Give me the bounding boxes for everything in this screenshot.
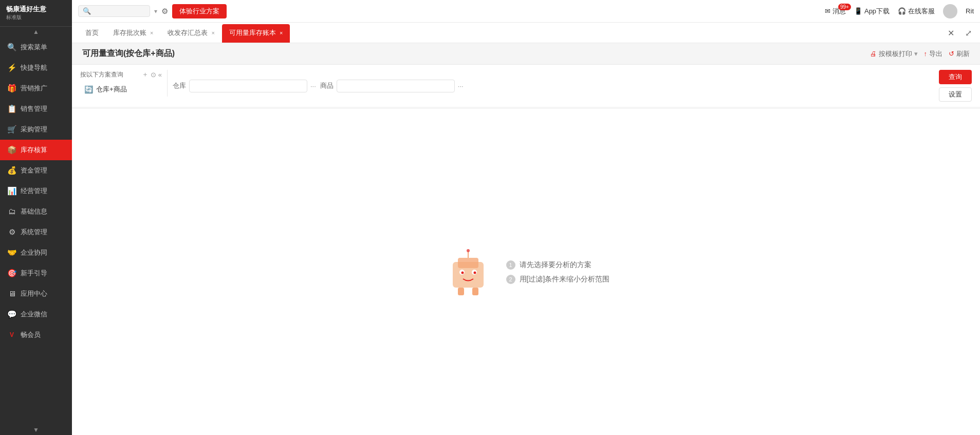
logo: 畅康通好生意 标准版 xyxy=(0,0,72,27)
export-label: 导出 xyxy=(929,49,942,59)
service-label: 在线客服 xyxy=(908,7,935,16)
empty-illustration xyxy=(442,247,494,298)
product-input[interactable] xyxy=(337,80,455,92)
search-input[interactable] xyxy=(93,8,144,15)
refresh-label: 刷新 xyxy=(956,49,970,59)
tab-label: 可用量库存账本 xyxy=(229,28,276,37)
sidebar-item-label: 应用中心 xyxy=(21,289,47,298)
scheme-warehouse-product[interactable]: 🔄 仓库+商品 xyxy=(80,82,162,97)
operation-icon: 📊 xyxy=(7,186,16,196)
sidebar-item-label: 快捷导航 xyxy=(21,63,47,72)
sidebar-item-label: 企业微信 xyxy=(21,310,47,319)
sidebar-item-appcenter[interactable]: 🖥 应用中心 xyxy=(0,283,72,304)
tab-close-icon[interactable]: × xyxy=(280,30,283,36)
scheme-item-label: 仓库+商品 xyxy=(96,85,127,94)
trial-button[interactable]: 体验行业方案 xyxy=(172,4,227,18)
sidebar-scroll-up[interactable]: ▲ xyxy=(0,27,72,37)
tab-label: 库存批次账 xyxy=(113,28,146,37)
sidebar-item-corpcollab[interactable]: 🤝 企业协同 xyxy=(0,242,72,263)
tab-home[interactable]: 首页 xyxy=(78,24,106,43)
sidebar-item-sales[interactable]: 📋 销售管理 xyxy=(0,99,72,119)
sidebar-item-marketing[interactable]: 🎁 营销推广 xyxy=(0,78,72,99)
sidebar-item-label: 搜索菜单 xyxy=(21,43,47,52)
main: 🔍 ▾ ⚙ 体验行业方案 ✉ 消息 99+ 📱 App下载 🎧 在线客服 Rit xyxy=(72,0,980,435)
scheme-panel: 按以下方案查询 ＋ ⊙ « 🔄 仓库+商品 xyxy=(80,70,168,97)
search-icon: 🔍 xyxy=(83,7,91,15)
message-button[interactable]: ✉ 消息 99+ xyxy=(825,7,846,16)
svg-rect-1 xyxy=(458,258,478,268)
warehouse-input[interactable] xyxy=(189,80,307,92)
svg-rect-6 xyxy=(458,288,464,295)
print-button[interactable]: 🖨 按模板打印 ▾ xyxy=(870,49,918,59)
content: 可用量查询(按仓库+商品) 🖨 按模板打印 ▾ ↑ 导出 ↺ 刷新 xyxy=(72,43,980,435)
export-icon: ↑ xyxy=(924,50,928,58)
print-label: 按模板打印 xyxy=(879,49,912,59)
product-more-button[interactable]: ··· xyxy=(458,82,464,90)
user-avatar[interactable] xyxy=(943,4,957,18)
tab-storage-summary[interactable]: 收发存汇总表 × xyxy=(160,24,221,43)
sidebar: 畅康通好生意 标准版 ▲ 🔍 搜索菜单 ⚡ 快捷导航 🎁 营销推广 📋 销售管理… xyxy=(0,0,72,435)
warehouse-more-button[interactable]: ··· xyxy=(310,82,316,90)
filter-fields: 仓库 ··· 商品 ··· 查询 设置 xyxy=(173,70,972,102)
sidebar-item-label: 销售管理 xyxy=(21,104,47,114)
sidebar-item-member[interactable]: V 畅会员 xyxy=(0,325,72,345)
sidebar-item-inventory[interactable]: 📦 库存核算 xyxy=(0,140,72,160)
sidebar-items: 🔍 搜索菜单 ⚡ 快捷导航 🎁 营销推广 📋 销售管理 🛒 采购管理 📦 库存核… xyxy=(0,37,72,425)
sidebar-item-newbie[interactable]: 🎯 新手引导 xyxy=(0,263,72,283)
sidebar-item-search[interactable]: 🔍 搜索菜单 xyxy=(0,37,72,58)
corpcollab-icon: 🤝 xyxy=(7,248,16,257)
filter-action-buttons: 查询 设置 xyxy=(939,70,972,102)
refresh-button[interactable]: ↺ 刷新 xyxy=(949,49,970,59)
username-label[interactable]: Rit xyxy=(966,7,974,15)
sidebar-item-basicinfo[interactable]: 🗂 基础信息 xyxy=(0,201,72,222)
finance-icon: 💰 xyxy=(7,166,16,175)
chevron-down-icon[interactable]: ▾ xyxy=(154,8,157,15)
sidebar-item-sysconfig[interactable]: ⚙ 系统管理 xyxy=(0,222,72,242)
tip-text-1: 请先选择要分析的方案 xyxy=(520,260,591,270)
inventory-icon: 📦 xyxy=(7,145,16,155)
sidebar-item-label: 经营管理 xyxy=(21,186,47,196)
scheme-collapse-button[interactable]: « xyxy=(158,71,162,79)
chevron-down-icon[interactable]: ▾ xyxy=(914,50,918,58)
online-service-button[interactable]: 🎧 在线客服 xyxy=(898,7,935,16)
page-title: 可用量查询(按仓库+商品) xyxy=(82,48,175,59)
logo-title: 畅康通好生意 xyxy=(6,5,66,14)
scheme-icon: 🔄 xyxy=(84,85,93,93)
empty-tips: 1 请先选择要分析的方案 2 用[过滤]条件来缩小分析范围 xyxy=(506,260,610,284)
query-button[interactable]: 查询 xyxy=(939,70,972,84)
settings-button[interactable]: 设置 xyxy=(939,87,972,102)
tab-panel-close-icon[interactable]: ✕ xyxy=(948,28,954,37)
sidebar-item-operation[interactable]: 📊 经营管理 xyxy=(0,181,72,201)
warehouse-filter-group: 仓库 ··· xyxy=(173,80,316,92)
svg-point-5 xyxy=(473,271,476,274)
empty-tip-2: 2 用[过滤]条件来缩小分析范围 xyxy=(506,275,610,284)
tab-panel-expand-icon[interactable]: ⤢ xyxy=(965,28,972,37)
app-download-button[interactable]: 📱 App下载 xyxy=(854,7,890,16)
tabbar: 首页 库存批次账 × 收发存汇总表 × 可用量库存账本 × ✕ ⤢ xyxy=(72,23,980,43)
mobile-icon: 📱 xyxy=(854,7,862,15)
export-button[interactable]: ↑ 导出 xyxy=(924,49,943,59)
scheme-settings-button[interactable]: ⊙ xyxy=(151,71,156,79)
sidebar-item-purchase[interactable]: 🛒 采购管理 xyxy=(0,119,72,140)
sidebar-item-finance[interactable]: 💰 资金管理 xyxy=(0,160,72,181)
warehouse-label: 仓库 xyxy=(173,81,186,90)
sidebar-item-label: 资金管理 xyxy=(21,166,47,175)
refresh-icon: ↺ xyxy=(949,50,954,58)
tab-label: 收发存汇总表 xyxy=(168,28,208,37)
tab-available-ledger[interactable]: 可用量库存账本 × xyxy=(222,24,290,43)
tab-batch-ledger[interactable]: 库存批次账 × xyxy=(106,24,160,43)
gear-icon[interactable]: ⚙ xyxy=(161,7,168,16)
tab-close-icon[interactable]: × xyxy=(211,30,214,36)
page-header: 可用量查询(按仓库+商品) 🖨 按模板打印 ▾ ↑ 导出 ↺ 刷新 xyxy=(72,43,980,64)
empty-tip-1: 1 请先选择要分析的方案 xyxy=(506,260,610,270)
topbar-right: ✉ 消息 99+ 📱 App下载 🎧 在线客服 Rit xyxy=(825,4,974,18)
sidebar-item-shortcut[interactable]: ⚡ 快捷导航 xyxy=(0,58,72,78)
topbar-search-box[interactable]: 🔍 xyxy=(78,5,150,17)
scheme-add-button[interactable]: ＋ xyxy=(142,70,149,79)
tab-close-icon[interactable]: × xyxy=(150,30,153,36)
service-icon: 🎧 xyxy=(898,7,906,15)
sidebar-item-corpwechat[interactable]: 💬 企业微信 xyxy=(0,304,72,325)
corpwechat-icon: 💬 xyxy=(7,310,16,319)
basicinfo-icon: 🗂 xyxy=(7,207,16,216)
sidebar-scroll-down[interactable]: ▼ xyxy=(0,425,72,435)
